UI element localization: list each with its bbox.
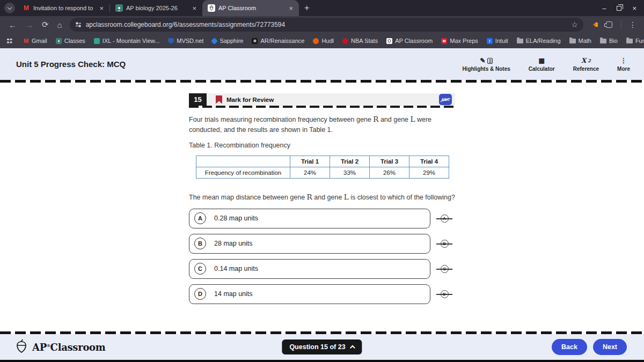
google-classroom-icon <box>115 4 123 12</box>
close-icon[interactable]: × <box>98 4 105 12</box>
mark-for-review-flag-icon[interactable] <box>216 95 222 104</box>
option-letter-badge: D <box>194 288 206 300</box>
footer-nav-buttons: Back Next <box>552 339 627 355</box>
bookmark-classes[interactable]: Classes <box>56 38 85 44</box>
eliminate-option-b-icon[interactable]: B <box>436 239 452 248</box>
calculator-button[interactable]: ▦ Calculator <box>529 57 555 72</box>
bookmark-gmail[interactable]: MGmail <box>23 38 47 44</box>
eliminate-option-d-icon[interactable]: D <box>436 290 452 298</box>
hudl-icon <box>313 38 319 44</box>
question-progress-label: Question 15 of 23 <box>289 343 345 351</box>
answer-options: A 0.28 map units A B 28 map units B C 0.… <box>189 209 455 304</box>
bookmark-label: IXL - Mountain View... <box>103 38 159 44</box>
gmail-icon: M <box>23 4 30 12</box>
close-icon[interactable]: × <box>287 4 295 12</box>
minimize-button[interactable]: – <box>602 4 606 12</box>
recombination-table: Trial 1 Trial 2 Trial 3 Trial 4 Frequenc… <box>196 156 449 179</box>
tool-label: Highlights & Notes <box>462 66 510 72</box>
restore-window-button[interactable] <box>617 6 621 11</box>
bookmark-intuit[interactable]: IIntuit <box>487 38 508 44</box>
site-settings-icon[interactable] <box>75 21 82 28</box>
bookmark-mvsd[interactable]: MVSD.net <box>168 38 203 44</box>
reference-button[interactable]: X2 Reference <box>573 57 599 72</box>
tab-gmail-invitation[interactable]: M Invitation to respond to the forn × <box>17 0 109 16</box>
reload-icon[interactable]: ⟳ <box>42 20 49 29</box>
tab-ap-biology[interactable]: AP biology 2025-26 × <box>110 0 202 16</box>
option-a[interactable]: A 0.28 map units <box>189 209 430 228</box>
extensions-puzzle-icon[interactable] <box>606 21 612 28</box>
bookmark-label: Max Preps <box>450 38 478 44</box>
bottom-edge-strip <box>0 360 644 362</box>
option-letter-badge: B <box>194 238 206 249</box>
next-button[interactable]: Next <box>593 339 627 355</box>
bookmark-label: Fun Sites <box>635 38 644 44</box>
bookmark-ap-classroom[interactable]: AP Classroom <box>386 38 433 44</box>
ixl-icon <box>94 38 100 44</box>
more-button[interactable]: ⋮ More <box>617 57 630 72</box>
option-row-a: A 0.28 map units A <box>189 209 455 228</box>
gene-r: R <box>307 193 312 201</box>
browser-menu-icon[interactable]: ⋮ <box>629 20 636 29</box>
eliminate-choices-icon[interactable]: ABC <box>439 94 452 105</box>
bookmark-hudl[interactable]: Hudl <box>313 38 334 44</box>
bookmark-ixl[interactable]: IXL - Mountain View... <box>94 38 159 44</box>
close-window-button[interactable]: × <box>632 4 636 12</box>
mark-for-review-label[interactable]: Mark for Review <box>226 97 274 103</box>
address-bar[interactable]: apclassroom.collegeboard.org/6/assessmen… <box>70 18 583 32</box>
new-tab-button[interactable]: + <box>304 3 309 13</box>
bookmark-folder-math[interactable]: Math <box>569 38 591 44</box>
bookmark-label: Math <box>579 38 591 44</box>
bookmark-folder-ela[interactable]: ELA/Reading <box>517 38 561 44</box>
option-row-b: B 28 map units B <box>189 234 455 254</box>
google-classroom-icon <box>56 38 62 44</box>
table-cell: 29% <box>409 167 449 178</box>
option-letter-badge: A <box>194 212 206 224</box>
more-icon: ⋮ <box>620 57 627 65</box>
option-d[interactable]: D 14 map units <box>189 284 430 304</box>
bookmark-star-icon[interactable]: ☆ <box>571 20 578 29</box>
window-controls: – × <box>602 4 636 12</box>
folder-icon <box>626 39 633 43</box>
table-row: Frequency of recombination 24% 33% 26% 2… <box>196 167 449 178</box>
eliminate-option-a-icon[interactable]: A <box>436 214 452 223</box>
back-button[interactable]: Back <box>552 339 587 355</box>
tab-title: Invitation to respond to the forn <box>33 5 94 11</box>
tab-search-button[interactable] <box>4 3 15 13</box>
bookmark-label: NBA Stats <box>351 38 378 44</box>
bookmark-label: AR/Renaissance <box>260 38 304 44</box>
tab-ap-classroom-active[interactable]: AP Classroom × <box>202 0 299 16</box>
assessment-footer: AP®Classroom Question 15 of 23 Back Next <box>0 334 644 360</box>
bookmark-label: Intuit <box>495 38 508 44</box>
bookmark-maxpreps[interactable]: MMax Preps <box>441 38 478 44</box>
close-icon[interactable]: × <box>191 4 198 12</box>
folder-icon <box>517 39 523 43</box>
question-intro-text: Four trials measuring recombination freq… <box>189 114 455 135</box>
table-cell: 33% <box>330 167 370 178</box>
forward-icon[interactable]: → <box>25 20 33 29</box>
url-text[interactable]: apclassroom.collegeboard.org/6/assessmen… <box>86 21 572 28</box>
back-icon[interactable]: ← <box>9 20 17 29</box>
question-navigator-button[interactable]: Question 15 of 23 <box>282 339 362 354</box>
shield-icon <box>168 38 174 44</box>
option-row-d: D 14 map units D <box>189 284 455 304</box>
bookmark-sapphire[interactable]: Sapphire <box>212 38 243 44</box>
assessment-header: Unit 5 Progress Check: MCQ ✎ Highlights … <box>0 48 644 80</box>
chevron-up-icon <box>350 345 355 351</box>
tab-title: AP biology 2025-26 <box>126 5 187 11</box>
bookmark-renaissance[interactable]: RAR/Renaissance <box>252 38 304 44</box>
pen-icon: ✎ <box>480 57 486 64</box>
highlights-notes-button[interactable]: ✎ Highlights & Notes <box>462 57 510 72</box>
nba-icon <box>342 38 348 44</box>
option-b[interactable]: B 28 map units <box>189 234 430 254</box>
toolbar-divider <box>621 20 621 29</box>
bookmark-folder-bio[interactable]: Bio <box>600 38 618 44</box>
bookmark-folder-fun-sites[interactable]: Fun Sites <box>626 38 644 44</box>
home-icon[interactable]: ⌂ <box>57 20 62 29</box>
adblock-extension-icon[interactable] <box>593 22 596 27</box>
acorn-icon <box>15 339 28 354</box>
browser-tab-strip: M Invitation to respond to the forn × AP… <box>0 0 644 16</box>
eliminate-option-c-icon[interactable]: C <box>436 264 452 273</box>
table-row-label: Frequency of recombination <box>196 167 290 178</box>
bookmark-nba-stats[interactable]: NBA Stats <box>342 38 378 44</box>
option-c[interactable]: C 0.14 map units <box>189 259 430 279</box>
